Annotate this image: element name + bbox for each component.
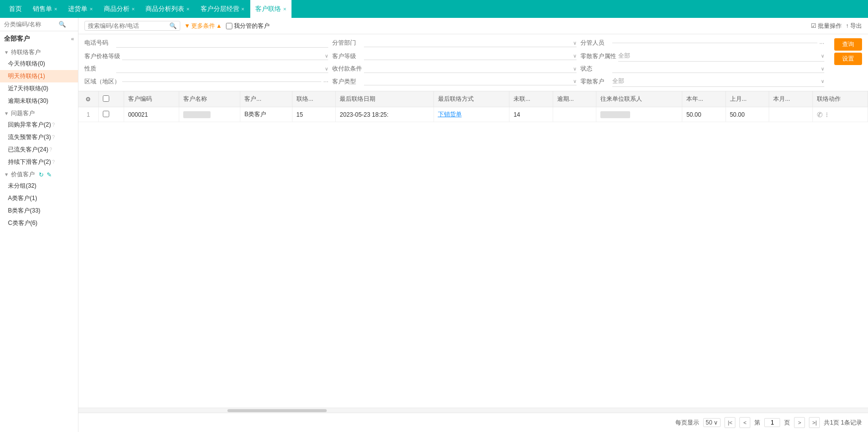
- nav-analysis-list-close[interactable]: ×: [186, 6, 189, 12]
- filter-customer-level-select[interactable]: ∨: [364, 52, 576, 60]
- sidebar-search-icon[interactable]: 🔍: [59, 21, 66, 28]
- page-number-input[interactable]: [764, 418, 780, 427]
- select-all-checkbox[interactable]: [103, 95, 109, 102]
- page-prev-btn[interactable]: <: [739, 417, 750, 428]
- filter-nature-select[interactable]: ∨: [116, 65, 328, 73]
- more-conditions-btn[interactable]: ▼ 更多条件 ▲: [184, 22, 222, 30]
- nav-analysis-close[interactable]: ×: [132, 6, 135, 12]
- action-grid-icon[interactable]: ⁝: [826, 111, 828, 119]
- action-phone-icon[interactable]: ✆: [817, 111, 823, 119]
- help-icon-2[interactable]: ?: [52, 135, 55, 140]
- table-header-row: ⚙ 客户编码 客户名称 客户... 联络... 最后联络日期 最后联络方式 未联…: [78, 91, 868, 107]
- sidebar-item-c-class[interactable]: C类客户(6): [0, 217, 78, 229]
- sidebar-item-churn-warning[interactable]: 流失预警客户(3) ?: [0, 131, 78, 144]
- batch-op-btn[interactable]: ☑ 批量操作: [811, 22, 842, 30]
- col-settings[interactable]: ⚙: [78, 91, 98, 107]
- col-customer-code[interactable]: 客户编码: [124, 91, 179, 107]
- col-no-contact[interactable]: 未联...: [509, 91, 553, 107]
- settings-button[interactable]: 设置: [834, 53, 862, 65]
- sidebar-item-today-pending[interactable]: 今天待联络(0): [0, 58, 78, 70]
- filter-region-field: 区域（地区） ···: [84, 77, 328, 86]
- nav-purchase-close[interactable]: ×: [89, 6, 92, 12]
- value-edit-icon[interactable]: ✎: [47, 171, 52, 178]
- sidebar-all-customers[interactable]: 全部客户 «: [0, 31, 78, 46]
- row-customer-name[interactable]: Ea: [179, 107, 240, 122]
- filter-row-4: 区域（地区） ··· 客户类型 ∨ 零散客户: [84, 76, 824, 87]
- sidebar-item-tomorrow-label: 明天待联络(1): [8, 72, 45, 80]
- filter-row-1: 电话号码 分管部门 ∨ 分管人员: [84, 38, 824, 48]
- sidebar-item-churned[interactable]: 已流失客户(24) ?: [0, 144, 78, 156]
- page-next-btn[interactable]: >: [794, 417, 805, 428]
- nav-item-analysis-list[interactable]: 商品分析列表 ×: [141, 0, 194, 18]
- help-icon-4[interactable]: ?: [52, 159, 55, 165]
- nav-item-purchase[interactable]: 进货单 ×: [63, 0, 97, 18]
- row-customer-code: 000021: [124, 107, 179, 122]
- row-select-checkbox[interactable]: [103, 111, 109, 117]
- search-toolbar: 🔍 ▼ 更多条件 ▲ 我分管的客户 ☑ 批量操作 ↑ 导出: [78, 18, 868, 34]
- help-icon-1[interactable]: ?: [52, 122, 55, 128]
- filter-region-label: 区域（地区）: [84, 77, 120, 86]
- filter-phone-input[interactable]: [116, 38, 328, 48]
- nav-item-home[interactable]: 首页: [4, 0, 27, 18]
- page-size-select[interactable]: 50 ∨: [703, 418, 721, 427]
- nav-item-customer-contact[interactable]: 客户联络 ×: [250, 0, 291, 18]
- filter-dept-select[interactable]: ∨: [364, 39, 576, 47]
- row-last-contact-method[interactable]: 下销货单: [434, 107, 509, 122]
- sidebar-item-ungrouped[interactable]: 未分组(32): [0, 180, 78, 192]
- col-checkbox[interactable]: [98, 91, 124, 107]
- nav-customer-tier-close[interactable]: ×: [241, 6, 244, 12]
- col-this-year[interactable]: 本年...: [682, 91, 725, 107]
- row-this-month: [769, 107, 812, 122]
- sidebar-search-input[interactable]: [4, 21, 59, 28]
- sidebar-item-declining[interactable]: 持续下滑客户(2) ?: [0, 156, 78, 168]
- nav-sales-close[interactable]: ×: [54, 6, 57, 12]
- col-this-month[interactable]: 本月...: [769, 91, 812, 107]
- filter-retail-attr-select[interactable]: 全部 ∨: [618, 51, 824, 62]
- sidebar-item-a-label: A类客户(1): [8, 194, 37, 203]
- col-contact-action[interactable]: 联络动作: [812, 91, 868, 107]
- filter-status-select[interactable]: ∨: [612, 65, 824, 73]
- col-overdue[interactable]: 逾期...: [553, 91, 596, 107]
- col-unit-contact[interactable]: 往来单位联系人: [596, 91, 682, 107]
- nav-item-customer-tier[interactable]: 客户分层经营 ×: [196, 0, 249, 18]
- my-customers-checkbox[interactable]: [226, 23, 232, 29]
- col-customer-name[interactable]: 客户名称: [179, 91, 240, 107]
- page-first-btn[interactable]: |<: [724, 417, 735, 428]
- filter-payment-select[interactable]: ∨: [364, 65, 576, 73]
- sidebar-item-tomorrow-pending[interactable]: 明天待联络(1): [0, 70, 78, 82]
- filter-retail-customer-label: 零散客户: [580, 77, 610, 86]
- filter-retail-customer-select[interactable]: 全部 ∨: [612, 76, 824, 87]
- search-input[interactable]: [88, 22, 167, 29]
- scrollbar-thumb[interactable]: [227, 409, 327, 412]
- filter-customer-type-select[interactable]: ∨: [364, 77, 576, 85]
- col-last-month[interactable]: 上月...: [725, 91, 769, 107]
- nav-customer-tier-label: 客户分层经营: [201, 4, 239, 13]
- search-icon[interactable]: 🔍: [169, 22, 177, 29]
- export-btn[interactable]: ↑ 导出: [846, 22, 862, 30]
- query-button[interactable]: 查询: [834, 38, 862, 51]
- filter-region-ellipsis[interactable]: ···: [323, 78, 328, 85]
- page-last-btn[interactable]: >|: [809, 417, 820, 428]
- nav-customer-contact-close[interactable]: ×: [283, 6, 286, 12]
- filter-price-level-select[interactable]: ∨: [122, 52, 328, 60]
- my-customers-check[interactable]: 我分管的客户: [226, 22, 270, 30]
- sidebar-item-overdue-pending[interactable]: 逾期未联络(30): [0, 95, 78, 107]
- col-last-contact-date[interactable]: 最后联络日期: [336, 91, 434, 107]
- value-refresh-icon[interactable]: ↻: [39, 171, 44, 178]
- filter-row-3: 性质 ∨ 收付款条件 ∨: [84, 65, 824, 73]
- col-last-contact-method[interactable]: 最后联络方式: [434, 91, 509, 107]
- sidebar-item-b-class[interactable]: B类客户(33): [0, 205, 78, 217]
- col-customer-type[interactable]: 客户...: [240, 91, 292, 107]
- row-checkbox[interactable]: [98, 107, 124, 122]
- sidebar-item-repurchase-abnormal[interactable]: 回购异常客户(2) ?: [0, 119, 78, 131]
- sidebar-item-a-class[interactable]: A类客户(1): [0, 192, 78, 205]
- col-contact-count[interactable]: 联络...: [292, 91, 335, 107]
- help-icon-3[interactable]: ?: [49, 147, 52, 152]
- sidebar-item-7days-pending[interactable]: 近7天待联络(0): [0, 82, 78, 95]
- horizontal-scrollbar[interactable]: [78, 408, 868, 413]
- filter-manager-ellipsis[interactable]: ···: [819, 40, 824, 47]
- nature-chevron-icon: ∨: [325, 66, 328, 72]
- nav-item-sales[interactable]: 销售单 ×: [28, 0, 62, 18]
- nav-item-analysis[interactable]: 商品分析 ×: [99, 0, 140, 18]
- pagination-total: 共1页 1条记录: [824, 419, 862, 427]
